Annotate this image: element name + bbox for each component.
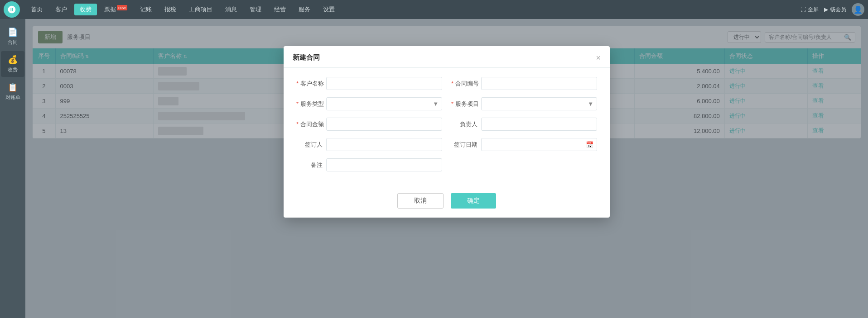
signer-label: 签订人: [296, 141, 323, 149]
app-logo: [4, 1, 20, 18]
contract-icon: 📄: [8, 27, 18, 37]
modal-overlay: 新建合同 × 客户名称 合同编号: [25, 19, 868, 318]
field-contract-amount: 合同金额 0.00: [296, 118, 442, 131]
nav-settings[interactable]: 设置: [318, 4, 340, 15]
avatar-icon: 👤: [854, 5, 863, 14]
sidebar-item-contract[interactable]: 📄 合同: [1, 24, 24, 49]
nav-billing[interactable]: 收费: [74, 4, 97, 15]
form-row-1: 客户名称 合同编号: [296, 77, 597, 90]
field-customer-name: 客户名称: [296, 77, 442, 90]
main-area: 📄 合同 💰 收费 📋 对账单 新增 服务项目 进行中 已完成 已终止: [0, 19, 868, 318]
field-contract-no: 合同编号: [451, 77, 597, 90]
calendar-icon[interactable]: 📅: [586, 141, 593, 148]
contract-no-input[interactable]: [481, 77, 597, 90]
service-type-label: 服务类型: [296, 100, 323, 108]
sidebar-label-contract: 合同: [8, 39, 18, 46]
nav-manage[interactable]: 管理: [244, 4, 267, 15]
sidebar-item-statement[interactable]: 📋 对账单: [1, 79, 24, 104]
form-row-4: 签订人 签订日期 2023-06-06 📅: [296, 138, 597, 151]
fullscreen-icon: ⛶: [800, 6, 806, 13]
remark-label: 备注: [296, 161, 323, 169]
nav-business[interactable]: 工商项目: [183, 4, 218, 15]
contract-amount-label: 合同金额: [296, 120, 323, 128]
nav-operation[interactable]: 经营: [269, 4, 291, 15]
field-signer: 签订人: [296, 138, 442, 151]
responsible-label: 负责人: [451, 120, 477, 128]
responsible-input[interactable]: [481, 118, 597, 131]
sign-date-wrapper: 2023-06-06 📅: [481, 138, 597, 151]
field-service-item: 服务项目 ▼: [451, 97, 597, 110]
sidebar-label-billing: 收费: [8, 66, 18, 73]
fullscreen-label: 全屏: [808, 6, 819, 14]
modal-body: 客户名称 合同编号 服务类型: [284, 68, 610, 188]
form-row-5: 备注: [296, 158, 597, 171]
content-area: 新增 服务项目 进行中 已完成 已终止 🔍: [25, 19, 868, 318]
sidebar-item-billing[interactable]: 💰 收费: [1, 51, 24, 77]
field-sign-date: 签订日期 2023-06-06 📅: [451, 138, 597, 151]
field-service-type: 服务类型 ▼: [296, 97, 442, 110]
customer-name-input[interactable]: [326, 77, 442, 90]
sidebar: 📄 合同 💰 收费 📋 对账单: [0, 19, 25, 318]
new-badge: new: [117, 5, 127, 10]
customer-name-label: 客户名称: [296, 80, 323, 88]
nav-right-area: ⛶ 全屏 ▶ 畅会员 👤: [800, 3, 864, 16]
service-item-select[interactable]: [481, 97, 597, 110]
nav-bookkeeping[interactable]: 记账: [135, 4, 157, 15]
sidebar-label-statement: 对账单: [5, 94, 20, 101]
service-type-select[interactable]: [326, 97, 442, 110]
nav-message[interactable]: 消息: [220, 4, 242, 15]
new-contract-modal: 新建合同 × 客户名称 合同编号: [284, 46, 610, 218]
nav-tax[interactable]: 报税: [159, 4, 182, 15]
statement-icon: 📋: [8, 82, 18, 92]
vip-label: 畅会员: [830, 6, 846, 14]
user-avatar[interactable]: 👤: [852, 3, 864, 16]
confirm-button[interactable]: 确定: [451, 193, 496, 209]
field-responsible: 负责人: [451, 118, 597, 131]
service-type-select-wrapper: ▼: [326, 97, 442, 110]
nav-customer[interactable]: 客户: [50, 4, 72, 15]
nav-service[interactable]: 服务: [293, 4, 316, 15]
nav-invoice[interactable]: 票据new: [99, 4, 133, 15]
field-remark: 备注: [296, 158, 442, 171]
contract-amount-input[interactable]: 0.00: [326, 118, 442, 131]
remark-input[interactable]: [326, 158, 442, 171]
signer-input[interactable]: [326, 138, 442, 151]
form-row-3: 合同金额 0.00 负责人: [296, 118, 597, 131]
sign-date-label: 签订日期: [451, 141, 477, 149]
service-item-select-wrapper: ▼: [481, 97, 597, 110]
form-row-2: 服务类型 ▼ 服务项目 ▼: [296, 97, 597, 110]
modal-footer: 取消 确定: [284, 188, 610, 218]
fullscreen-button[interactable]: ⛶ 全屏: [800, 6, 819, 14]
sign-date-input[interactable]: 2023-06-06: [481, 138, 597, 151]
nav-menu: 首页 客户 收费 票据new 记账 报税 工商项目 消息 管理 经营 服务 设置: [25, 4, 800, 15]
modal-close-button[interactable]: ×: [596, 54, 601, 62]
billing-icon: 💰: [8, 55, 18, 65]
vip-icon: ▶: [824, 6, 828, 13]
modal-title: 新建合同: [293, 53, 320, 62]
cancel-button[interactable]: 取消: [397, 193, 444, 209]
modal-header: 新建合同 ×: [284, 46, 610, 68]
contract-no-label: 合同编号: [451, 80, 477, 88]
top-navigation: 首页 客户 收费 票据new 记账 报税 工商项目 消息 管理 经营 服务 设置…: [0, 0, 868, 19]
service-item-label: 服务项目: [451, 100, 477, 108]
nav-home[interactable]: 首页: [25, 4, 48, 15]
vip-button[interactable]: ▶ 畅会员: [824, 6, 846, 14]
